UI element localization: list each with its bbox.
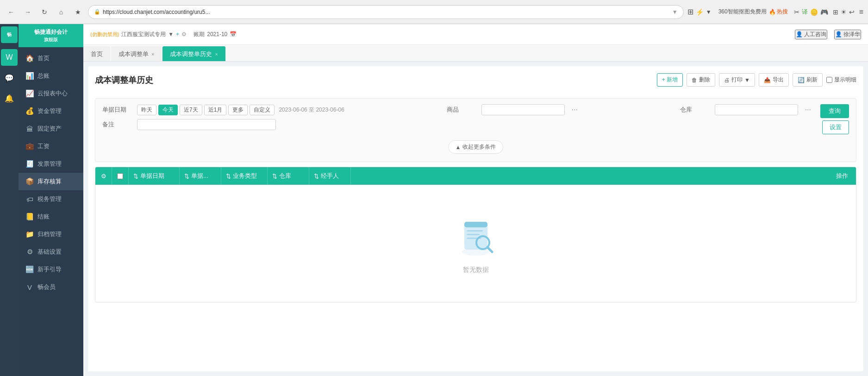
show-detail-checkbox[interactable] <box>826 77 832 83</box>
sidebar-item-finance[interactable]: 💰 资金管理 <box>19 102 83 120</box>
closing-icon: 📒 <box>25 213 34 221</box>
bookmark-btn[interactable]: ★ <box>71 6 84 19</box>
empty-illustration <box>453 213 499 259</box>
tools-dropdown-icon[interactable]: ▼ <box>706 9 712 15</box>
grid-icon[interactable]: ⊞ <box>687 7 693 16</box>
export-btn[interactable]: 📤 导出 <box>759 73 789 87</box>
sidebar-item-label: 畅会员 <box>37 283 56 291</box>
date-btn-yesterday[interactable]: 昨天 <box>137 105 156 115</box>
set-btn[interactable]: 设置 <box>822 120 849 134</box>
user-service-btn[interactable]: 👤 人工咨询 <box>795 30 827 39</box>
date-btn-today[interactable]: 今天 <box>158 105 178 115</box>
sidebar-item-label: 总账 <box>37 72 50 80</box>
th-date[interactable]: ⇅ 单据日期 <box>129 167 180 185</box>
sidebar-item-label: 资金管理 <box>37 107 62 115</box>
menu-icon[interactable]: ≡ <box>859 8 863 16</box>
goods-more-icon[interactable]: ··· <box>572 106 578 114</box>
tab-cost-adjustment-history-close[interactable]: × <box>215 51 218 57</box>
sidebar-item-invoice[interactable]: 🧾 发票管理 <box>19 155 83 173</box>
sidebar-item-home[interactable]: 🏠 首页 <box>19 50 83 67</box>
filter-area: 单据日期 昨天 今天 近7天 近1月 更多 自定义 2023-06-06 至 2… <box>95 98 856 162</box>
th-voucher[interactable]: ⇅ 单据... <box>180 167 221 185</box>
sidebar-item-inventory[interactable]: 📦 库存核算 <box>19 173 83 190</box>
sidebar-item-closing[interactable]: 📒 结账 <box>19 208 83 226</box>
show-detail-checkbox-label[interactable]: 显示明细 <box>826 76 856 84</box>
wechat-icon[interactable]: 💬 <box>1 69 18 86</box>
print-btn[interactable]: 🖨 打印 ▼ <box>719 73 755 87</box>
th-biztype[interactable]: ⇅ 业务类型 <box>221 167 268 185</box>
main-content: (勿删勿禁用) 江西服宝测试专用 ▼ + ⚙ 账期 2021-10 📅 👤 人工… <box>83 24 868 376</box>
undo-icon[interactable]: ↩ <box>849 8 855 16</box>
sidebar-item-ledger[interactable]: 📊 总账 <box>19 67 83 85</box>
vip-icon: V <box>25 283 34 291</box>
sidebar-nav: 🏠 首页 📊 总账 📈 云报表中心 💰 资金管理 🏛 固定资产 💼 工资 <box>19 47 83 376</box>
settings-cog-icon[interactable]: ⚙ <box>181 31 187 38</box>
new-btn[interactable]: + 新增 <box>657 73 683 87</box>
sidebar-item-settings[interactable]: ⚙ 基础设置 <box>19 243 83 261</box>
top-bar-right: 👤 人工咨询 👤 徐泽华 <box>795 30 861 39</box>
table-header: ⚙ ⇅ 单据日期 ⇅ 单据... ⇅ 业务类型 <box>95 167 856 185</box>
date-btn-custom[interactable]: 自定义 <box>250 105 275 115</box>
sort-handler-icon: ⇅ <box>314 173 319 180</box>
tab-cost-adjustment[interactable]: 成本调整单 × <box>111 46 162 61</box>
game-icon[interactable]: 🎮 <box>820 8 828 16</box>
avatar-icon: 👤 <box>835 31 842 38</box>
sidebar-item-vip[interactable]: V 畅会员 <box>19 278 83 296</box>
sidebar-item-guide[interactable]: 🆕 新手引导 <box>19 261 83 278</box>
select-all-checkbox[interactable] <box>117 173 123 179</box>
user-service-icon: 👤 <box>796 31 803 38</box>
th-settings[interactable]: ⚙ <box>95 167 112 185</box>
notification-icon[interactable]: 🔔 <box>1 90 18 107</box>
filter-date-row: 单据日期 昨天 今天 近7天 近1月 更多 自定义 2023-06-06 至 2… <box>102 104 811 115</box>
home-btn[interactable]: ⌂ <box>55 6 68 19</box>
collapse-btn[interactable]: ▲ 收起更多条件 <box>448 140 504 154</box>
lightning-icon[interactable]: ⚡ <box>696 8 704 16</box>
sidebar-item-tax[interactable]: 🏷 税务管理 <box>19 190 83 208</box>
refresh-btn[interactable]: 🔄 刷新 <box>793 73 823 87</box>
finance-icon: 💰 <box>25 107 34 115</box>
weibo-icon[interactable]: W <box>1 49 18 66</box>
url-bar[interactable]: 🔒 https://cloud.chanjet.com/accounting/u… <box>88 5 684 19</box>
page-content-area: 成本调整单历史 + 新增 🗑 删除 🖨 打印 ▼ 📤 导出 <box>88 66 863 371</box>
assets-icon: 🏛 <box>25 125 34 133</box>
apps-icon[interactable]: ⊞ <box>833 8 838 16</box>
logo-main: 畅捷通好会计 <box>34 28 68 36</box>
add-icon[interactable]: + <box>176 31 179 38</box>
th-checkbox[interactable] <box>112 167 129 185</box>
date-btn-1month[interactable]: 近1月 <box>204 105 227 115</box>
translate-icon[interactable]: 译 <box>802 8 808 16</box>
refresh-icon: 🔄 <box>798 77 805 83</box>
remark-filter-label: 备注 <box>102 120 130 129</box>
tab-cost-adjustment-history[interactable]: 成本调整单历史 × <box>162 46 225 61</box>
query-btn[interactable]: 查询 <box>820 104 849 118</box>
sidebar-item-archive[interactable]: 📁 归档管理 <box>19 226 83 243</box>
page-title-bar: 成本调整单历史 + 新增 🗑 删除 🖨 打印 ▼ 📤 导出 <box>95 73 856 91</box>
warehouse-input[interactable] <box>715 104 798 115</box>
forward-btn[interactable]: → <box>21 6 34 19</box>
sidebar-item-salary[interactable]: 💼 工资 <box>19 138 83 155</box>
company-selector[interactable]: (勿删勿禁用) 江西服宝测试专用 ▼ + ⚙ <box>90 31 187 38</box>
date-btn-7days[interactable]: 近7天 <box>180 105 202 115</box>
back-btn[interactable]: ← <box>5 6 18 19</box>
tab-home[interactable]: 首页 <box>83 46 110 61</box>
sidebar-item-label: 云报表中心 <box>37 89 68 98</box>
theme-icon[interactable]: ☀ <box>841 8 847 16</box>
warehouse-more-icon[interactable]: ··· <box>805 106 811 114</box>
refresh-btn[interactable]: ↻ <box>38 6 51 19</box>
url-dropdown-icon: ▼ <box>672 9 678 15</box>
delete-btn[interactable]: 🗑 删除 <box>687 73 715 87</box>
sidebar-item-report[interactable]: 📈 云报表中心 <box>19 85 83 102</box>
tab-cost-adjustment-close[interactable]: × <box>151 51 154 57</box>
th-handler[interactable]: ⇅ 经手人 <box>309 167 351 185</box>
sidebar-item-assets[interactable]: 🏛 固定资产 <box>19 120 83 138</box>
goods-input[interactable] <box>481 104 565 115</box>
calendar-icon[interactable]: 📅 <box>230 31 237 38</box>
th-warehouse[interactable]: ⇅ 仓库 <box>268 167 309 185</box>
remark-input[interactable] <box>137 119 276 130</box>
date-filter-label: 单据日期 <box>102 106 130 114</box>
scissors-icon[interactable]: ✂ <box>794 8 799 16</box>
coin-icon[interactable]: 🪙 <box>810 8 818 16</box>
date-btns: 昨天 今天 近7天 近1月 更多 自定义 2023-06-06 至 2023-0… <box>137 105 344 115</box>
user-profile-btn[interactable]: 👤 徐泽华 <box>834 30 861 39</box>
date-btn-more[interactable]: 更多 <box>228 105 248 115</box>
